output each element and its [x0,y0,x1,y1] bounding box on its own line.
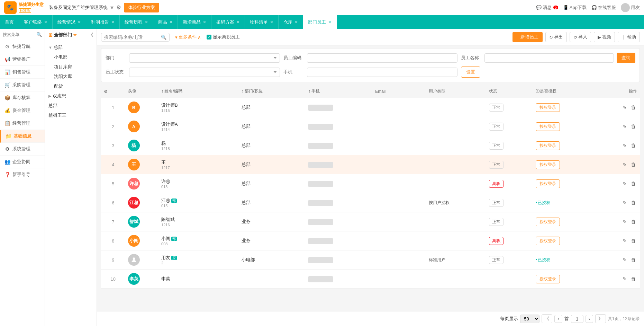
prev-page-button[interactable]: ‹ [554,315,562,323]
page-number-input[interactable] [571,315,583,323]
auth-button[interactable]: 授权登录 [536,122,560,131]
auth-button[interactable]: 授权登录 [536,141,560,150]
delete-button[interactable]: 🗑 [629,275,637,282]
set-button[interactable]: 设置 [461,67,480,78]
filter-phone-input[interactable] [307,68,458,77]
nav-operation[interactable]: 经营情况 ✕ [53,15,86,29]
nav-barcode[interactable]: 条码方案 ✕ [211,15,245,29]
notify-button[interactable]: 💬 消息 5 [536,5,558,11]
last-page-button[interactable]: 》 [595,314,606,323]
sidebar-item-finance[interactable]: 💰资金管理 [0,104,45,117]
delete-button[interactable]: 🗑 [629,161,637,168]
nav-warehouse-close[interactable]: ✕ [294,20,298,25]
import-button[interactable]: ↺ 导入 [570,32,591,42]
filter-empcode-input[interactable] [307,53,458,63]
col-dept[interactable]: ↕ 部门/职位 [239,85,306,98]
delete-button[interactable]: 🗑 [629,218,637,225]
trial-button[interactable]: 体验行业方案 [124,3,159,12]
filter-empname-input[interactable] [484,53,614,63]
col-name[interactable]: ↕ 姓名/编码 [158,85,239,98]
nav-customer-close[interactable]: ✕ [44,20,47,25]
delete-button[interactable]: 🗑 [629,256,637,263]
edit-button[interactable]: ✎ [621,237,628,244]
sidebar-item-collab[interactable]: 👥企业协同 [0,156,45,168]
dropdown-arrow[interactable]: ▾ [110,4,114,11]
edit-button[interactable]: ✎ [621,199,628,206]
nav-profit[interactable]: 利润报告 ✕ [86,15,120,29]
per-page-select[interactable]: 50 20 100 [520,315,539,323]
filter-status-select[interactable] [129,68,280,77]
sidebar-item-marketing[interactable]: 📢营销推广 [0,53,45,66]
sidebar-search-input[interactable] [3,32,35,37]
edit-button[interactable]: ✎ [621,275,628,282]
sidebar-item-inventory[interactable]: 📦库存核算 [0,91,45,104]
delete-button[interactable]: 🗑 [629,142,637,149]
dept-node-project[interactable]: 项目库房 [52,62,97,72]
auth-button[interactable]: 授权登录 [536,237,560,245]
nav-dept-staff[interactable]: 部门员工 ✕ [303,15,337,29]
nav-goods-close[interactable]: ✕ [169,20,173,25]
user-avatar[interactable]: 用友 [621,3,640,12]
nav-home[interactable]: 首页 [0,15,19,29]
app-download-button[interactable]: 📱 App下载 [563,5,587,11]
auth-button[interactable]: 授权登录 [536,179,560,188]
show-resigned-toggle[interactable]: ✓ 显示离职员工 [207,34,240,40]
online-service-button[interactable]: 🎧 在线客服 [591,5,616,11]
edit-button[interactable]: ✎ [621,104,628,111]
dept-node-zhishu[interactable]: 植树王三 [45,111,97,120]
more-filter-button[interactable]: ▾ 更多条件 ∧ [172,33,204,42]
dept-node-shuang[interactable]: ▶ 双虑想 [45,91,97,101]
sidebar-item-system[interactable]: ⚙系统管理 [0,143,45,156]
query-button[interactable]: 查询 [617,53,635,63]
sidebar-item-quick-nav[interactable]: ⊙快捷导航 [0,40,45,53]
nav-barcode-close[interactable]: ✕ [236,20,240,25]
edit-button[interactable]: ✎ [621,180,628,187]
edit-button[interactable]: ✎ [621,142,628,149]
sidebar-item-basic-info[interactable]: 📁基础信息 [0,130,45,143]
video-button[interactable]: ▶ 视频 [594,32,615,42]
filter-dept-select[interactable] [129,53,280,63]
auth-button[interactable]: 授权登录 [536,160,560,169]
sidebar-item-purchase[interactable]: 🛒采购管理 [0,79,45,91]
search-input[interactable] [104,35,160,40]
first-page-button[interactable]: 《 [542,314,552,323]
auth-button[interactable]: 授权登录 [536,275,560,283]
delete-button[interactable]: 🗑 [629,199,637,206]
nav-warehouse[interactable]: 仓库 ✕ [279,15,303,29]
nav-operation-close[interactable]: ✕ [78,20,81,25]
nav-add-goods[interactable]: 新增商品 ✕ [178,15,211,29]
delete-button[interactable]: 🗑 [629,180,637,187]
edit-button[interactable]: ✎ [621,218,628,225]
auth-button[interactable]: 授权登录 [536,218,560,226]
edit-button[interactable]: ✎ [621,161,628,168]
delete-button[interactable]: 🗑 [629,123,637,130]
nav-goods[interactable]: 商品 ✕ [153,15,178,29]
edit-button[interactable]: ✎ [621,256,628,263]
nav-customer[interactable]: 客户联络 ✕ [19,15,53,29]
auth-button[interactable]: 授权登录 [536,103,560,112]
dept-node-shenyang[interactable]: 沈阳大库 [52,72,97,81]
add-employee-button[interactable]: + 新增员工 [513,32,543,42]
nav-profit-close[interactable]: ✕ [111,20,115,25]
dept-node-headquarters-group[interactable]: ▼ 总部 [45,43,97,52]
sidebar-item-guide[interactable]: ❓新手引导 [0,168,45,181]
dept-node-distribution[interactable]: 配货 [52,81,97,91]
nav-bom[interactable]: 物料清单 ✕ [245,15,279,29]
sidebar-item-sales[interactable]: 📊销售管理 [0,66,45,79]
export-button[interactable]: ↻ 导出 [545,32,567,42]
settings-icon[interactable]: ⚙ [116,4,121,11]
show-resigned-checkbox[interactable]: ✓ [207,35,211,39]
next-page-button[interactable]: › [586,315,593,323]
dept-node-hq[interactable]: 总部 [45,101,97,111]
delete-button[interactable]: 🗑 [629,104,637,111]
nav-bom-close[interactable]: ✕ [270,20,273,25]
nav-history[interactable]: 经营历程 ✕ [120,15,153,29]
col-phone[interactable]: ↕ 手机 [306,85,372,98]
dept-collapse-icon[interactable]: 《 [89,32,93,38]
help-button[interactable]: ｜ 帮助 [618,32,640,42]
sidebar-item-management[interactable]: 📋经营管理 [0,117,45,130]
delete-button[interactable]: 🗑 [629,237,637,244]
nav-add-goods-close[interactable]: ✕ [203,20,206,25]
nav-history-close[interactable]: ✕ [145,20,148,25]
edit-button[interactable]: ✎ [621,123,628,130]
